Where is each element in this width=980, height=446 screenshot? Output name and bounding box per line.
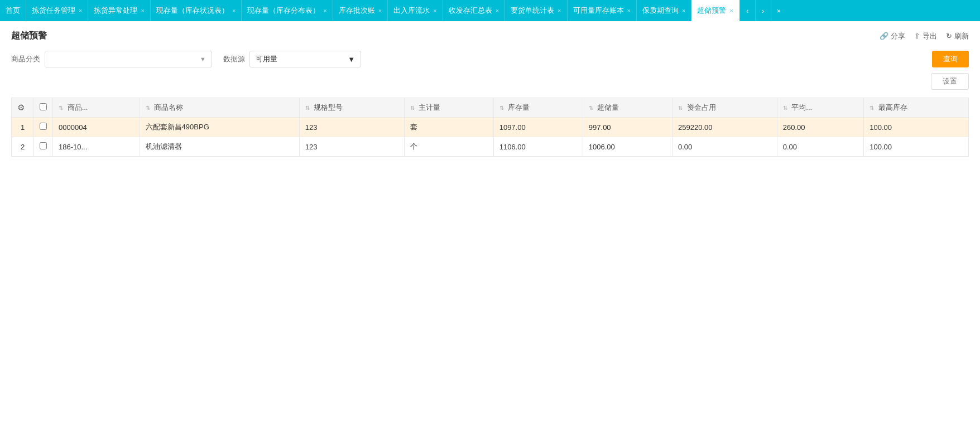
close-icon[interactable]: × (496, 7, 499, 14)
row-checkbox[interactable] (40, 123, 47, 130)
nav-tab-10[interactable]: 保质期查询 × (637, 0, 691, 21)
share-icon: 🔗 (880, 32, 888, 40)
row-stock: 1097.00 (493, 118, 583, 137)
nav-tab-5[interactable]: 库存批次账 × (333, 0, 388, 21)
row-avg: 0.00 (777, 137, 864, 157)
data-table: ⚙ ⇅ 商品... ⇅ 商品名称 ⇅ 规格型号 ⇅ (11, 98, 969, 157)
datasource-label: 数据源 (223, 54, 245, 64)
chevron-down-icon: ▼ (200, 56, 206, 62)
row-maxstock: 100.00 (864, 118, 969, 137)
row-sku: 186-10... (53, 137, 140, 157)
close-icon[interactable]: × (729, 7, 733, 14)
table-header-spec[interactable]: ⇅ 规格型号 (299, 98, 404, 118)
close-icon[interactable]: × (682, 7, 685, 14)
nav-tab-4[interactable]: 现存量（库存分布表） × (242, 0, 333, 21)
sort-icon: ⇅ (589, 105, 593, 111)
sort-icon: ⇅ (783, 105, 787, 111)
datasource-select[interactable]: 可用量 ▼ (249, 51, 361, 67)
close-icon[interactable]: × (79, 7, 82, 14)
close-icon[interactable]: × (378, 7, 382, 14)
nav-tab-home[interactable]: 首页 (0, 0, 26, 21)
datasource-filter: 数据源 可用量 ▼ (223, 51, 361, 67)
filter-buttons: 查询 (932, 51, 969, 67)
row-avg: 260.00 (777, 118, 864, 137)
sort-icon: ⇅ (410, 105, 415, 111)
row-spec: 123 (299, 118, 404, 137)
nav-tab-2[interactable]: 拣货异常处理 × (88, 0, 150, 21)
nav-tab-7[interactable]: 收发存汇总表 × (443, 0, 505, 21)
table-header-sku[interactable]: ⇅ 商品... (53, 98, 140, 118)
category-filter: 商品分类 ▼ (11, 51, 212, 67)
page-title: 超储预警 (11, 30, 47, 42)
close-icon[interactable]: × (627, 7, 631, 14)
table-row[interactable]: 1 0000004 六配套新昌490BPG 123 套 1097.00 997.… (12, 118, 969, 137)
header-actions: 🔗 分享 ⇧ 导出 ↻ 刷新 (880, 31, 969, 41)
sort-icon: ⇅ (305, 105, 310, 111)
select-all-checkbox[interactable] (40, 103, 47, 110)
sort-icon: ⇅ (146, 105, 150, 111)
page-content: 超储预警 🔗 分享 ⇧ 导出 ↻ 刷新 商品分类 ▼ 数据源 (0, 21, 980, 446)
refresh-icon: ↻ (946, 32, 952, 40)
nav-tab-1[interactable]: 拣货任务管理 × (26, 0, 88, 21)
row-checkbox[interactable] (40, 142, 47, 149)
sort-icon: ⇅ (678, 105, 683, 111)
row-overstock: 1006.00 (583, 137, 672, 157)
close-icon[interactable]: × (558, 7, 561, 14)
nav-tab-6[interactable]: 出入库流水 × (388, 0, 443, 21)
nav-tab-8[interactable]: 要货单统计表 × (505, 0, 567, 21)
row-number: 1 (12, 118, 34, 137)
nav-next-button[interactable]: › (755, 0, 771, 21)
sort-icon: ⇅ (59, 105, 63, 111)
top-nav: 首页 拣货任务管理 × 拣货异常处理 × 现存量（库存状况表） × 现存量（库存… (0, 0, 980, 21)
nav-tab-3[interactable]: 现存量（库存状况表） × (151, 0, 242, 21)
table-header-gear: ⚙ (12, 98, 34, 118)
table-header-unit[interactable]: ⇅ 主计量 (404, 98, 493, 118)
table-header-avg[interactable]: ⇅ 平均... (777, 98, 864, 118)
page-header: 超储预警 🔗 分享 ⇧ 导出 ↻ 刷新 (11, 30, 969, 42)
close-icon[interactable]: × (141, 7, 144, 14)
row-number: 2 (12, 137, 34, 157)
row-checkbox-cell (34, 118, 53, 137)
gear-icon[interactable]: ⚙ (17, 103, 25, 112)
sort-icon: ⇅ (869, 105, 874, 111)
table-header-stock[interactable]: ⇅ 库存量 (493, 98, 583, 118)
export-icon: ⇧ (914, 32, 920, 40)
row-overstock: 997.00 (583, 118, 672, 137)
row-name: 机油滤清器 (140, 137, 299, 157)
filter-row: 商品分类 ▼ 数据源 可用量 ▼ 查询 (11, 51, 969, 67)
refresh-button[interactable]: ↻ 刷新 (946, 31, 969, 41)
share-button[interactable]: 🔗 分享 (880, 31, 905, 41)
row-name: 六配套新昌490BPG (140, 118, 299, 137)
nav-tab-9[interactable]: 可用量库存账本 × (568, 0, 637, 21)
chevron-down-icon: ▼ (348, 55, 355, 64)
row-capital: 259220.00 (672, 118, 777, 137)
table-header-overstock[interactable]: ⇅ 超储量 (583, 98, 672, 118)
close-icon[interactable]: × (232, 7, 236, 14)
query-button[interactable]: 查询 (932, 51, 969, 67)
row-stock: 1106.00 (493, 137, 583, 157)
nav-more-button[interactable]: × (771, 0, 786, 21)
close-icon[interactable]: × (433, 7, 436, 14)
row-maxstock: 100.00 (864, 137, 969, 157)
export-button[interactable]: ⇧ 导出 (914, 31, 937, 41)
row-sku: 0000004 (53, 118, 140, 137)
category-select[interactable]: ▼ (45, 51, 212, 67)
close-icon[interactable]: × (323, 7, 326, 14)
nav-tab-active[interactable]: 超储预警 × (691, 0, 739, 21)
row-capital: 0.00 (672, 137, 777, 157)
row-unit: 个 (404, 137, 493, 157)
table-header-checkbox (34, 98, 53, 118)
table-header-capital[interactable]: ⇅ 资金占用 (672, 98, 777, 118)
category-label: 商品分类 (11, 54, 40, 64)
row-unit: 套 (404, 118, 493, 137)
setting-button[interactable]: 设置 (931, 73, 969, 90)
row-checkbox-cell (34, 137, 53, 157)
table-header-name[interactable]: ⇅ 商品名称 (140, 98, 299, 118)
table-row[interactable]: 2 186-10... 机油滤清器 123 个 1106.00 1006.00 … (12, 137, 969, 157)
table-header-maxstock[interactable]: ⇅ 最高库存 (864, 98, 969, 118)
datasource-value: 可用量 (256, 54, 277, 64)
row-spec: 123 (299, 137, 404, 157)
nav-prev-button[interactable]: ‹ (739, 0, 755, 21)
sort-icon: ⇅ (499, 105, 504, 111)
